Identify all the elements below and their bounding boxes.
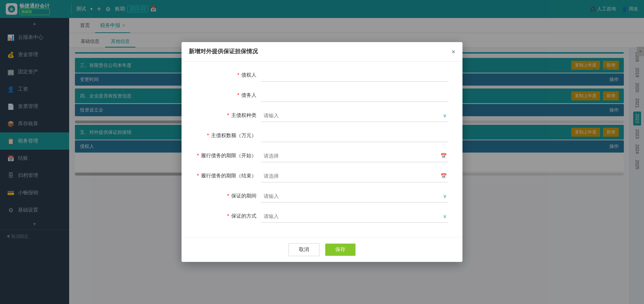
guarantee-method-select[interactable]: ∨ bbox=[261, 210, 448, 223]
cancel-button[interactable]: 取消 bbox=[289, 243, 319, 256]
period-end-cal-icon[interactable]: 📅 bbox=[440, 173, 448, 179]
form-row-claim-amount: * 主债权数额（万元） bbox=[196, 129, 448, 142]
form-row-claim-type: * 主债权种类 ∨ bbox=[196, 109, 448, 122]
form-row-guarantee-period: * 保证的期间 ∨ bbox=[196, 190, 448, 203]
period-end-date[interactable]: 📅 bbox=[261, 169, 448, 182]
form-label-guarantee-method: * 保证的方式 bbox=[196, 213, 261, 219]
modal-close-button[interactable]: × bbox=[451, 49, 455, 55]
period-start-cal-icon[interactable]: 📅 bbox=[440, 153, 448, 159]
period-start-input[interactable] bbox=[261, 149, 440, 162]
form-label-claim-amount: * 主债权数额（万元） bbox=[196, 132, 261, 139]
modal-body: * 债权人 * 债务人 * 主债权种类 bbox=[182, 62, 462, 237]
required-mark-2: * bbox=[237, 92, 239, 98]
form-label-period-start: * 履行债务的期限（开始） bbox=[196, 153, 261, 159]
form-row-period-start: * 履行债务的期限（开始） 📅 bbox=[196, 149, 448, 162]
required-mark-5: * bbox=[197, 153, 199, 158]
guarantee-period-select[interactable]: ∨ bbox=[261, 190, 448, 203]
modal-footer: 取消 保存 bbox=[182, 237, 462, 262]
modal-header: 新增对外提供保证担保情况 × bbox=[182, 42, 462, 62]
guarantee-method-input[interactable] bbox=[261, 210, 443, 223]
required-mark-8: * bbox=[227, 213, 229, 219]
form-label-guarantee-period: * 保证的期间 bbox=[196, 193, 261, 199]
claim-type-input[interactable] bbox=[261, 109, 443, 122]
required-mark-6: * bbox=[197, 173, 199, 178]
required-mark-3: * bbox=[227, 112, 229, 118]
modal-overlay: 新增对外提供保证担保情况 × * 债权人 * 债务人 bbox=[0, 0, 644, 304]
guarantee-period-arrow-icon[interactable]: ∨ bbox=[443, 193, 448, 199]
form-label-debtor: * 债务人 bbox=[196, 92, 261, 99]
modal-title: 新增对外提供保证担保情况 bbox=[189, 48, 258, 55]
claim-type-arrow-icon[interactable]: ∨ bbox=[443, 113, 448, 118]
required-mark-7: * bbox=[227, 193, 229, 199]
form-label-creditor: * 债权人 bbox=[196, 72, 261, 78]
form-row-creditor: * 债权人 bbox=[196, 69, 448, 82]
form-label-claim-type: * 主债权种类 bbox=[196, 112, 261, 119]
form-label-period-end: * 履行债务的期限（结束） bbox=[196, 173, 261, 179]
form-row-debtor: * 债务人 bbox=[196, 89, 448, 102]
claim-type-select[interactable]: ∨ bbox=[261, 109, 448, 122]
creditor-input[interactable] bbox=[261, 69, 448, 82]
guarantee-period-input[interactable] bbox=[261, 190, 443, 203]
claim-amount-input[interactable] bbox=[261, 129, 448, 142]
guarantee-method-arrow-icon[interactable]: ∨ bbox=[443, 213, 448, 219]
period-end-input[interactable] bbox=[261, 169, 440, 182]
modal-dialog: 新增对外提供保证担保情况 × * 债权人 * 债务人 bbox=[182, 42, 462, 262]
required-mark-4: * bbox=[207, 132, 209, 138]
period-start-date[interactable]: 📅 bbox=[261, 149, 448, 162]
save-button[interactable]: 保存 bbox=[325, 244, 355, 256]
required-mark: * bbox=[237, 72, 239, 78]
debtor-input[interactable] bbox=[261, 89, 448, 102]
form-row-guarantee-method: * 保证的方式 ∨ bbox=[196, 210, 448, 223]
form-row-period-end: * 履行债务的期限（结束） 📅 bbox=[196, 169, 448, 182]
